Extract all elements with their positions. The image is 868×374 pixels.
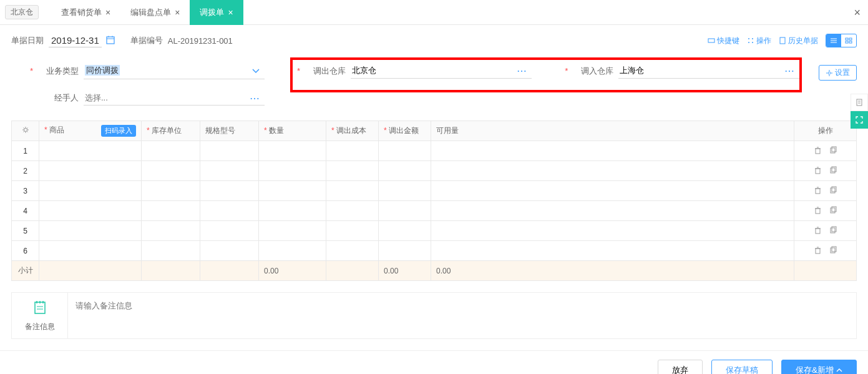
- close-icon[interactable]: ×: [105, 7, 110, 17]
- settings-button[interactable]: 设置: [819, 65, 857, 81]
- svg-point-7: [748, 42, 749, 43]
- row-index: 2: [12, 161, 39, 181]
- more-icon[interactable]: ⋯: [784, 65, 795, 77]
- svg-rect-16: [849, 41, 852, 43]
- subtotal-label: 小计: [12, 261, 39, 281]
- svg-rect-40: [831, 208, 835, 213]
- close-icon[interactable]: ×: [854, 6, 861, 19]
- expand-tool-button[interactable]: [851, 111, 868, 129]
- delete-icon[interactable]: [814, 187, 822, 196]
- col-cost: 调出成本: [336, 126, 366, 135]
- svg-rect-36: [832, 187, 836, 192]
- line-items-table: *商品扫码录入 *库存单位 规格型号 *数量 *调出成本 *调出金额 可用量 操…: [0, 121, 868, 281]
- svg-rect-45: [831, 228, 835, 233]
- svg-rect-26: [832, 147, 836, 152]
- gear-icon[interactable]: [21, 127, 30, 136]
- table-row[interactable]: 5: [12, 221, 857, 241]
- svg-rect-42: [816, 229, 820, 234]
- svg-rect-31: [832, 167, 836, 172]
- copy-icon[interactable]: [829, 187, 837, 196]
- operate-link[interactable]: 操作: [747, 36, 771, 46]
- remark-label: 备注信息: [25, 322, 55, 332]
- svg-rect-52: [35, 302, 45, 313]
- biz-type-select[interactable]: 同价调拨: [84, 62, 265, 79]
- history-link[interactable]: 历史单据: [779, 36, 818, 46]
- view-toggle: [826, 34, 857, 47]
- svg-rect-37: [816, 209, 820, 214]
- table-row[interactable]: 2: [12, 161, 857, 181]
- calendar-icon[interactable]: [105, 35, 115, 47]
- doc-tool-button[interactable]: [851, 94, 868, 111]
- svg-point-8: [752, 42, 753, 43]
- more-icon[interactable]: ⋯: [250, 92, 260, 104]
- required-mark: *: [297, 66, 300, 76]
- svg-rect-14: [849, 38, 852, 40]
- svg-rect-51: [832, 247, 836, 252]
- delete-icon[interactable]: [814, 207, 822, 216]
- delete-icon[interactable]: [814, 167, 822, 176]
- copy-icon[interactable]: [829, 227, 837, 236]
- svg-rect-47: [816, 249, 820, 253]
- remark-input[interactable]: [68, 293, 856, 338]
- close-icon[interactable]: ×: [228, 7, 233, 17]
- warehouse-badge[interactable]: 北京仓: [5, 5, 39, 19]
- delete-icon[interactable]: [814, 247, 822, 256]
- form-section: * 业务类型 同价调拨 * 调出仓库 ⋯ * 调入仓库 ⋯ 经手人 ⋯: [0, 56, 868, 121]
- svg-rect-18: [857, 99, 862, 106]
- out-warehouse-input[interactable]: [351, 64, 532, 79]
- svg-point-17: [828, 72, 831, 74]
- table-row[interactable]: 3: [12, 181, 857, 201]
- copy-icon[interactable]: [829, 247, 837, 256]
- grid-view-button[interactable]: [841, 34, 856, 47]
- tab-label: 编辑盘点单: [130, 7, 171, 18]
- svg-rect-13: [846, 38, 848, 40]
- scan-badge[interactable]: 扫码录入: [101, 125, 136, 137]
- svg-rect-27: [816, 169, 820, 174]
- keyboard-icon: [708, 37, 715, 44]
- doc-no-label: 单据编号: [130, 35, 163, 46]
- copy-icon[interactable]: [829, 207, 837, 216]
- tab-bar: 北京仓 查看销货单 × 编辑盘点单 × 调拨单 × ×: [0, 0, 868, 25]
- tab-view-sales[interactable]: 查看销货单 ×: [51, 0, 120, 25]
- tab-label: 调拨单: [200, 7, 224, 18]
- delete-icon[interactable]: [814, 227, 822, 236]
- save-new-button[interactable]: 保存&新增: [781, 360, 857, 374]
- tab-edit-check[interactable]: 编辑盘点单 ×: [120, 0, 190, 25]
- table-row[interactable]: 4: [12, 201, 857, 221]
- chevron-up-icon: [836, 368, 842, 372]
- tab-label: 查看销货单: [61, 7, 102, 18]
- col-product: 商品: [49, 125, 64, 134]
- row-index: 1: [12, 141, 39, 161]
- svg-rect-35: [831, 188, 835, 193]
- in-warehouse-input[interactable]: [618, 64, 799, 79]
- gear-icon: [826, 69, 833, 77]
- close-icon[interactable]: ×: [175, 7, 180, 17]
- row-index: 6: [12, 241, 39, 261]
- shortcut-link[interactable]: 快捷键: [708, 36, 739, 46]
- more-icon[interactable]: ⋯: [517, 65, 527, 77]
- tab-transfer[interactable]: 调拨单 ×: [190, 0, 243, 25]
- svg-rect-46: [832, 227, 836, 232]
- copy-icon[interactable]: [829, 167, 837, 176]
- required-mark: *: [30, 66, 33, 76]
- required-mark: *: [565, 66, 568, 76]
- svg-rect-41: [832, 207, 836, 212]
- svg-point-6: [752, 38, 753, 39]
- delete-icon[interactable]: [814, 147, 822, 156]
- subtotal-avail: 0.00: [431, 261, 794, 281]
- svg-rect-50: [831, 248, 835, 253]
- table-row[interactable]: 6: [12, 241, 857, 261]
- date-value[interactable]: 2019-12-31: [49, 34, 102, 47]
- table-row[interactable]: 1: [12, 141, 857, 161]
- col-avail: 可用量: [436, 126, 459, 135]
- handler-input[interactable]: [84, 91, 265, 106]
- col-amount: 调出金额: [389, 126, 419, 135]
- save-draft-button[interactable]: 保存草稿: [711, 360, 773, 374]
- copy-icon[interactable]: [829, 147, 837, 156]
- handler-label: 经手人: [35, 92, 79, 104]
- side-tools: [851, 94, 868, 129]
- biz-type-label: 业务类型: [35, 66, 79, 77]
- svg-point-21: [24, 129, 27, 132]
- abandon-button[interactable]: 放弃: [658, 360, 703, 374]
- list-view-button[interactable]: [826, 34, 841, 47]
